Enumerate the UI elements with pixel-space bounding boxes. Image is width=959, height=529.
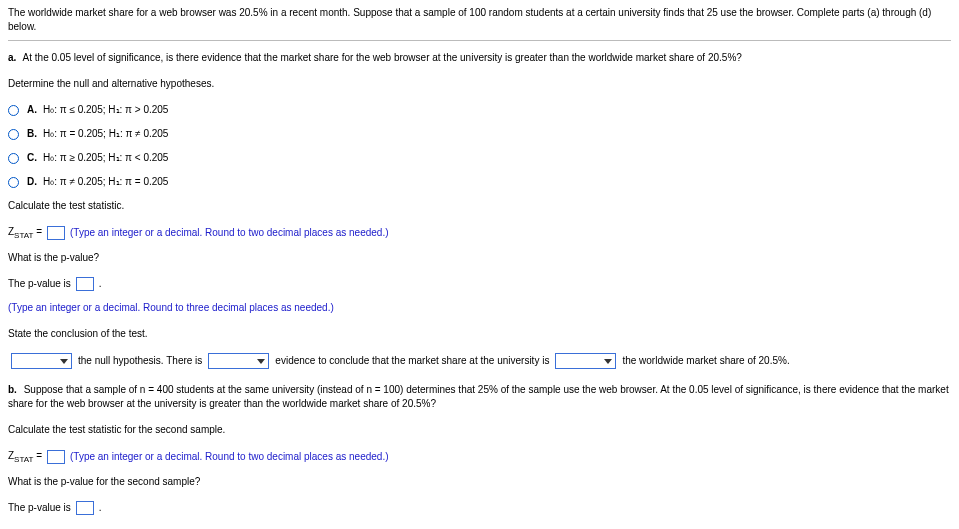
zstat-hint-2: (Type an integer or a decimal. Round to … (70, 450, 389, 464)
option-a[interactable]: A. H₀: π ≤ 0.205; H₁: π > 0.205 (8, 103, 951, 117)
option-b[interactable]: B. H₀: π = 0.205; H₁: π ≠ 0.205 (8, 127, 951, 141)
radio-icon[interactable] (8, 129, 19, 140)
determine-hypotheses: Determine the null and alternative hypot… (8, 77, 951, 91)
calc-test-stat-2: Calculate the test statistic for the sec… (8, 423, 951, 437)
part-b-text: Suppose that a sample of n = 400 student… (8, 384, 949, 409)
option-text: H₀: π = 0.205; H₁: π ≠ 0.205 (43, 127, 168, 141)
option-d[interactable]: D. H₀: π ≠ 0.205; H₁: π = 0.205 (8, 175, 951, 189)
state-conclusion: State the conclusion of the test. (8, 327, 951, 341)
chevron-down-icon (60, 359, 68, 364)
pvalue-post-2: . (99, 501, 102, 515)
option-letter: C. (27, 151, 37, 165)
conclusion-text-3: the worldwide market share of 20.5%. (622, 354, 789, 368)
part-a-label: a. (8, 52, 16, 63)
part-b-label: b. (8, 384, 17, 395)
option-text: H₀: π ≠ 0.205; H₁: π = 0.205 (43, 175, 168, 189)
radio-icon[interactable] (8, 153, 19, 164)
zstat-line: ZSTAT = (Type an integer or a decimal. R… (8, 225, 951, 241)
zstat-label-2: ZSTAT = (8, 449, 42, 465)
problem-intro: The worldwide market share for a web bro… (8, 6, 951, 41)
what-pvalue-2: What is the p-value for the second sampl… (8, 475, 951, 489)
calc-test-stat: Calculate the test statistic. (8, 199, 951, 213)
option-letter: D. (27, 175, 37, 189)
zstat-sub: STAT (14, 231, 33, 240)
conclusion-select-1[interactable] (11, 353, 72, 369)
zstat-sub-2: STAT (14, 455, 33, 464)
zstat-eq: = (33, 226, 42, 237)
part-b-prompt: b. Suppose that a sample of n = 400 stud… (8, 383, 951, 411)
option-letter: B. (27, 127, 37, 141)
zstat-input-2[interactable] (47, 450, 65, 464)
what-pvalue: What is the p-value? (8, 251, 951, 265)
intro-text: The worldwide market share for a web bro… (8, 7, 931, 32)
pvalue-input-2[interactable] (76, 501, 94, 515)
option-letter: A. (27, 103, 37, 117)
zstat-input[interactable] (47, 226, 65, 240)
pvalue-line-2: The p-value is . (8, 501, 951, 515)
pvalue-line: The p-value is . (8, 277, 951, 291)
conclusion-text-1: the null hypothesis. There is (78, 354, 202, 368)
pvalue-label-2: The p-value is (8, 501, 71, 515)
conclusion-select-3[interactable] (555, 353, 616, 369)
conclusion-select-2[interactable] (208, 353, 269, 369)
conclusion-line: the null hypothesis. There is evidence t… (8, 353, 951, 369)
option-text: H₀: π ≤ 0.205; H₁: π > 0.205 (43, 103, 168, 117)
part-a-prompt: a. At the 0.05 level of significance, is… (8, 51, 951, 65)
zstat-label: ZSTAT = (8, 225, 42, 241)
chevron-down-icon (604, 359, 612, 364)
zstat-eq-2: = (33, 450, 42, 461)
pvalue-hint: (Type an integer or a decimal. Round to … (8, 301, 951, 315)
conclusion-text-2: evidence to conclude that the market sha… (275, 354, 549, 368)
option-text: H₀: π ≥ 0.205; H₁: π < 0.205 (43, 151, 168, 165)
zstat-hint: (Type an integer or a decimal. Round to … (70, 226, 389, 240)
pvalue-post: . (99, 277, 102, 291)
zstat-line-2: ZSTAT = (Type an integer or a decimal. R… (8, 449, 951, 465)
option-c[interactable]: C. H₀: π ≥ 0.205; H₁: π < 0.205 (8, 151, 951, 165)
chevron-down-icon (257, 359, 265, 364)
pvalue-label: The p-value is (8, 277, 71, 291)
radio-icon[interactable] (8, 177, 19, 188)
radio-icon[interactable] (8, 105, 19, 116)
part-a-text: At the 0.05 level of significance, is th… (23, 52, 742, 63)
pvalue-input[interactable] (76, 277, 94, 291)
